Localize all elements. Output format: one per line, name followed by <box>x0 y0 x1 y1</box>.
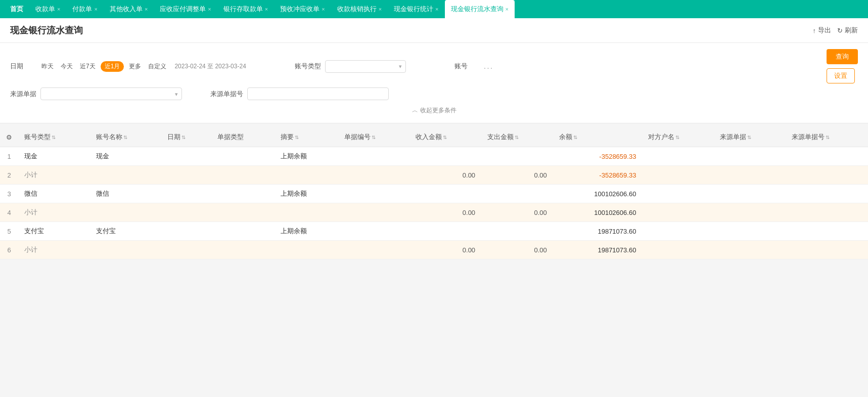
cell-doc-type <box>211 185 275 203</box>
close-other-income-icon[interactable]: × <box>145 0 148 18</box>
cell-doc-no <box>338 147 410 166</box>
refresh-button[interactable]: ↻ 刷新 <box>837 26 858 35</box>
nav-tab-payments[interactable]: 付款单 × <box>66 0 103 18</box>
row-num-4: 5 <box>0 222 18 241</box>
date-more-btn[interactable]: 更多 <box>127 61 143 72</box>
cell-balance: -3528659.33 <box>553 166 643 185</box>
column-balance[interactable]: 余额⇅ <box>553 127 643 147</box>
account-dots-btn[interactable]: ... <box>484 62 493 71</box>
close-receipts-icon[interactable]: × <box>57 0 60 18</box>
cell-source-doc-no <box>786 241 868 259</box>
cell-counterpart <box>642 147 714 166</box>
cell-account-type: 微信 <box>18 185 90 203</box>
account-group: 账号 ... <box>454 62 493 71</box>
collapse-filters-btn[interactable]: ︿ 收起更多条件 <box>10 104 858 117</box>
data-table: ⚙ 账号类型⇅ 账号名称⇅ 日期⇅ 单据类型 摘要⇅ 单据编号⇅ 收入金额⇅ 支… <box>0 127 868 259</box>
close-payments-icon[interactable]: × <box>94 0 97 18</box>
nav-tab-cash-flow[interactable]: 现金银行流水查询 × <box>445 0 515 18</box>
nav-tab-receipts[interactable]: 收款单 × <box>29 0 66 18</box>
cell-income <box>409 222 481 241</box>
column-account-name[interactable]: 账号名称⇅ <box>90 127 162 147</box>
cell-doc-type <box>211 241 275 259</box>
cell-doc-type <box>211 166 275 185</box>
cell-doc-no <box>338 241 410 259</box>
column-summary[interactable]: 摘要⇅ <box>275 127 338 147</box>
cell-account-name <box>90 203 162 222</box>
nav-tab-other-income[interactable]: 其他收入单 × <box>104 0 154 18</box>
account-type-select[interactable] <box>325 60 406 73</box>
column-doc-type[interactable]: 单据类型 <box>211 127 275 147</box>
cell-source-doc-no <box>786 185 868 203</box>
cell-source-doc-no <box>786 147 868 166</box>
close-cash-flow-icon[interactable]: × <box>506 0 509 18</box>
close-ar-ap-icon[interactable]: × <box>208 0 211 18</box>
source-doc-select-wrapper <box>40 87 182 100</box>
source-doc-select[interactable] <box>40 87 182 100</box>
close-prepayment-icon[interactable]: × <box>322 0 325 18</box>
cell-counterpart <box>642 222 714 241</box>
sort-source-doc-no-icon: ⇅ <box>826 135 830 140</box>
cell-doc-no <box>338 222 410 241</box>
cell-source-doc <box>714 166 786 185</box>
cell-counterpart <box>642 185 714 203</box>
nav-tab-bank-deposit[interactable]: 银行存取款单 × <box>217 0 274 18</box>
nav-tab-cash-stats[interactable]: 现金银行统计 × <box>388 0 444 18</box>
nav-tab-collection[interactable]: 收款核销执行 × <box>331 0 388 18</box>
column-source-doc-no[interactable]: 来源单据号⇅ <box>786 127 868 147</box>
cell-balance: 100102606.60 <box>553 185 643 203</box>
date-7days-btn[interactable]: 近7天 <box>78 61 98 72</box>
settings-button[interactable]: 设置 <box>827 68 855 83</box>
date-yesterday-btn[interactable]: 昨天 <box>39 61 56 72</box>
cell-source-doc-no <box>786 203 868 222</box>
cell-balance: 100102606.60 <box>553 203 643 222</box>
table-row: 5 支付宝 支付宝 上期余额 19871073.60 <box>0 222 868 241</box>
nav-tab-prepayment[interactable]: 预收冲应收单 × <box>274 0 331 18</box>
export-button[interactable]: ↑ 导出 <box>813 26 832 35</box>
date-1month-btn[interactable]: 近1月 <box>101 61 124 72</box>
column-source-doc[interactable]: 来源单据⇅ <box>714 127 786 147</box>
cell-source-doc <box>714 185 786 203</box>
cell-summary: 上期余额 <box>275 185 338 203</box>
cell-account-type: 小计 <box>18 166 90 185</box>
column-income[interactable]: 收入金额⇅ <box>409 127 481 147</box>
date-today-btn[interactable]: 今天 <box>59 61 75 72</box>
sort-account-name-icon: ⇅ <box>123 135 127 140</box>
header-actions: ↑ 导出 ↻ 刷新 <box>813 26 858 35</box>
cell-expense: 0.00 <box>481 166 553 185</box>
close-cash-stats-icon[interactable]: × <box>435 0 438 18</box>
sort-summary-icon: ⇅ <box>295 135 299 140</box>
table-area: ⚙ 账号类型⇅ 账号名称⇅ 日期⇅ 单据类型 摘要⇅ 单据编号⇅ 收入金额⇅ 支… <box>0 127 868 259</box>
table-row: 3 微信 微信 上期余额 100102606.60 <box>0 185 868 203</box>
column-doc-no[interactable]: 单据编号⇅ <box>338 127 410 147</box>
column-date[interactable]: 日期⇅ <box>161 127 211 147</box>
column-counterpart[interactable]: 对方户名⇅ <box>642 127 714 147</box>
column-gear[interactable]: ⚙ <box>0 127 18 147</box>
export-icon: ↑ <box>813 27 816 34</box>
nav-home[interactable]: 首页 <box>4 0 29 18</box>
cell-doc-type <box>211 147 275 166</box>
nav-tab-ar-ap-adjust[interactable]: 应收应付调整单 × <box>154 0 217 18</box>
account-type-select-wrapper <box>325 60 406 73</box>
close-collection-icon[interactable]: × <box>379 0 382 18</box>
cell-balance: -3528659.33 <box>553 147 643 166</box>
date-label: 日期 <box>10 62 35 71</box>
account-type-label: 账号类型 <box>295 62 321 71</box>
column-account-type[interactable]: 账号类型⇅ <box>18 127 90 147</box>
cell-summary <box>275 166 338 185</box>
row-num-3: 4 <box>0 203 18 222</box>
source-doc-label: 来源单据 <box>10 90 36 99</box>
cell-source-doc <box>714 203 786 222</box>
cell-doc-no <box>338 185 410 203</box>
close-bank-deposit-icon[interactable]: × <box>265 0 268 18</box>
cell-doc-no <box>338 166 410 185</box>
cell-account-name <box>90 241 162 259</box>
column-expense[interactable]: 支出金额⇅ <box>481 127 553 147</box>
table-row: 4 小计 0.00 0.00 100102606.60 <box>0 203 868 222</box>
cell-source-doc-no <box>786 222 868 241</box>
sort-balance-icon: ⇅ <box>573 135 577 140</box>
top-navigation: 首页 收款单 × 付款单 × 其他收入单 × 应收应付调整单 × 银行存取款单 … <box>0 0 868 18</box>
source-doc-no-input[interactable] <box>247 87 389 100</box>
query-button[interactable]: 查询 <box>827 49 858 64</box>
cell-income: 0.00 <box>409 241 481 259</box>
date-custom-btn[interactable]: 自定义 <box>146 61 168 72</box>
